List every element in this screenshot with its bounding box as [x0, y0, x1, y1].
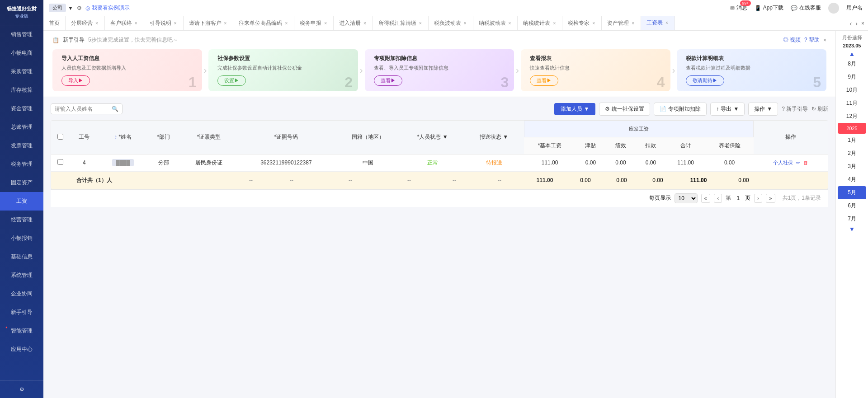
sidebar-item-operations[interactable]: 经营管理: [0, 211, 43, 229]
sidebar-item-basic[interactable]: 基础信息: [0, 248, 43, 266]
sidebar-item-sales[interactable]: 销售管理: [0, 25, 43, 44]
month-item-8[interactable]: 8月: [836, 57, 868, 70]
export-dropdown-icon[interactable]: ▼: [733, 106, 739, 112]
month-item-1[interactable]: 1月: [836, 134, 868, 147]
close-icon[interactable]: ×: [508, 20, 512, 27]
tab-next-icon[interactable]: ›: [855, 20, 858, 27]
op-edit[interactable]: ✏: [796, 160, 800, 165]
close-icon[interactable]: ×: [173, 20, 178, 27]
company-selector[interactable]: 公司 ▼: [49, 4, 73, 12]
tab-income-tax[interactable]: 所得税汇算清缴 ×: [373, 16, 429, 31]
operations-btn[interactable]: 操作 ▼: [748, 103, 778, 116]
tab-tax-expert[interactable]: 税检专家 ×: [562, 16, 602, 31]
sidebar-item-inventory[interactable]: 库存核算: [0, 81, 43, 99]
row-checkbox[interactable]: [57, 159, 63, 165]
select-all-checkbox[interactable]: [57, 134, 63, 140]
guide-video-btn[interactable]: ◎ 视频: [783, 36, 801, 44]
close-icon[interactable]: ×: [418, 20, 423, 27]
sidebar-item-payroll[interactable]: 工资: [0, 192, 43, 211]
sidebar-item-invoice[interactable]: 发票管理: [0, 136, 43, 155]
month-item-2[interactable]: 2月: [836, 147, 868, 160]
online-service-btn[interactable]: 💬 在线客服: [791, 4, 821, 12]
guide-step-4-btn[interactable]: 查看▶: [530, 75, 558, 86]
month-item-year-2025[interactable]: 2025: [838, 123, 866, 134]
search-box[interactable]: 🔍: [51, 103, 123, 114]
company-dropdown-icon[interactable]: ▼: [68, 5, 73, 11]
month-up-icon[interactable]: ▲: [849, 50, 855, 57]
sidebar-item-apps[interactable]: 应用中心: [0, 340, 43, 359]
close-icon[interactable]: ×: [223, 20, 228, 27]
close-icon[interactable]: ×: [631, 20, 635, 27]
sidebar-item-tax[interactable]: 税务管理: [0, 155, 43, 173]
month-item-6[interactable]: 6月: [836, 199, 868, 212]
sidebar-item-purchase[interactable]: 采购管理: [0, 62, 43, 81]
tab-tax-stats[interactable]: 纳税统计表 ×: [518, 16, 562, 31]
month-item-7[interactable]: 7月: [836, 212, 868, 225]
op-personal-insurance[interactable]: 个人社保: [773, 160, 793, 165]
settings-gear-icon[interactable]: ⚙: [77, 5, 82, 11]
month-item-10[interactable]: 10月: [836, 84, 868, 97]
add-employee-dropdown-icon[interactable]: ▼: [584, 106, 590, 112]
guide-help-btn[interactable]: ? 帮助: [804, 36, 820, 44]
tab-product-code[interactable]: 往来单位商品编码 ×: [233, 16, 294, 31]
demo-link[interactable]: ◎ 我要看实例演示: [85, 4, 130, 12]
sidebar-item-ecom[interactable]: 小畅电商: [0, 44, 43, 62]
sidebar-item-expense[interactable]: 小畅报销: [0, 229, 43, 248]
sidebar-item-cooperation[interactable]: 企业协同: [0, 285, 43, 303]
month-item-4[interactable]: 4月: [836, 173, 868, 186]
app-download-btn[interactable]: 📱 App下载: [755, 4, 783, 12]
sidebar-item-system[interactable]: 系统管理: [0, 266, 43, 285]
special-deduction-btn[interactable]: 📄 专项附加扣除: [654, 103, 707, 116]
tab-guide-intro[interactable]: 引导说明 ×: [144, 16, 184, 31]
close-icon[interactable]: ×: [323, 20, 328, 27]
operations-dropdown-icon[interactable]: ▼: [767, 106, 772, 112]
prev-page-btn[interactable]: ‹: [714, 194, 722, 203]
username-label[interactable]: 用户名: [846, 4, 863, 12]
tab-home[interactable]: 首页: [43, 16, 66, 31]
close-icon[interactable]: ×: [591, 20, 596, 27]
search-input[interactable]: [55, 106, 109, 112]
month-item-3[interactable]: 3月: [836, 160, 868, 173]
guide-step-5-btn[interactable]: 敬请期待▶: [686, 75, 724, 86]
tab-asset-mgmt[interactable]: 资产管理 ×: [602, 16, 641, 31]
export-btn[interactable]: ↑ 导出 ▼: [710, 103, 745, 116]
close-icon[interactable]: ×: [463, 20, 467, 27]
next-page-btn[interactable]: ›: [754, 194, 762, 203]
tab-customer[interactable]: 客户联络 ×: [105, 16, 144, 31]
sidebar-item-guide[interactable]: 新手引导: [0, 303, 43, 322]
close-icon[interactable]: ×: [134, 20, 138, 27]
close-icon[interactable]: ×: [552, 20, 557, 27]
close-icon[interactable]: ×: [363, 20, 367, 27]
close-icon[interactable]: ×: [665, 19, 669, 26]
month-item-12[interactable]: 12月: [836, 110, 868, 123]
guide-link[interactable]: ? 新手引导: [782, 105, 808, 113]
message-btn[interactable]: ✉ 消息 99+: [730, 4, 747, 12]
refresh-btn[interactable]: ↻ 刷新: [811, 105, 828, 113]
guide-banner-close-icon[interactable]: ×: [823, 37, 826, 43]
tab-layered[interactable]: 分层经营 ×: [66, 16, 105, 31]
status-filter-icon[interactable]: ▼: [443, 134, 448, 140]
avatar[interactable]: [828, 3, 839, 14]
sidebar-item-finance[interactable]: 资金管理: [0, 99, 43, 118]
tab-invite[interactable]: 邀请下游客户 ×: [184, 16, 234, 31]
guide-step-2-btn[interactable]: 设置▶: [217, 75, 246, 86]
month-item-11[interactable]: 11月: [836, 97, 868, 110]
tab-tax-report[interactable]: 税务申报 ×: [294, 16, 334, 31]
close-icon[interactable]: ×: [284, 20, 288, 27]
sort-icon[interactable]: ↕: [114, 134, 117, 140]
guide-step-1-btn[interactable]: 导入▶: [61, 75, 90, 86]
sidebar-item-ledger[interactable]: 总账管理: [0, 118, 43, 136]
unified-settings-btn[interactable]: ⚙ 统一社保设置: [599, 103, 650, 116]
first-page-btn[interactable]: «: [701, 194, 711, 203]
report-filter-icon[interactable]: ▼: [503, 134, 508, 140]
sidebar-item-assets[interactable]: 固定资产: [0, 173, 43, 192]
add-employee-btn[interactable]: 添加人员 ▼: [554, 103, 596, 115]
last-page-btn[interactable]: »: [766, 194, 775, 203]
sidebar-settings[interactable]: ⚙: [0, 380, 43, 398]
month-item-9[interactable]: 9月: [836, 70, 868, 84]
sidebar-item-ai[interactable]: 智能管理: [0, 322, 43, 340]
tab-tax-wave[interactable]: 纳税波动表 ×: [473, 16, 518, 31]
month-item-5[interactable]: 5月: [838, 186, 866, 199]
tab-clearance[interactable]: 进入清册 ×: [334, 16, 373, 31]
tab-close-all-icon[interactable]: ×: [861, 20, 864, 27]
